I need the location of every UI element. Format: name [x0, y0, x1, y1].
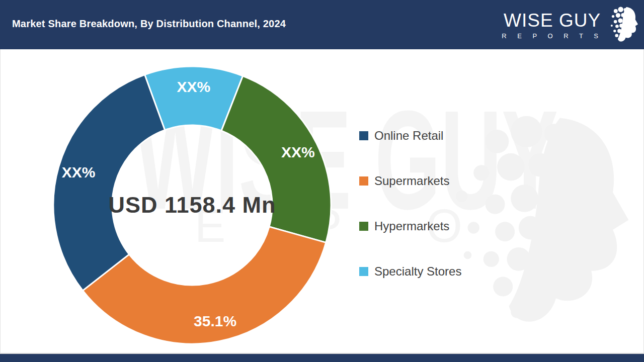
slice-label: XX% [177, 78, 211, 95]
legend-swatch-hypermarkets [359, 222, 368, 231]
footer-bar [0, 353, 644, 362]
brand-logo: WISE GUY R E P O R T S [518, 3, 639, 47]
chart-area: WISE GUY R E P O R T S XX%XX%35.1%XX% US… [0, 49, 644, 353]
brand-tagline: R E P O R T S [502, 32, 603, 40]
legend: Online Retail Supermarkets Hypermarkets … [359, 127, 461, 308]
watermark-face-icon [438, 110, 634, 346]
legend-item-specialty-stores: Specialty Stores [359, 263, 461, 280]
header-bar: Market Share Breakdown, By Distribution … [0, 0, 644, 49]
legend-label: Hypermarkets [374, 219, 449, 233]
slice-label: XX% [62, 164, 96, 180]
legend-item-hypermarkets: Hypermarkets [359, 218, 461, 235]
legend-label: Supermarkets [374, 174, 449, 188]
brand-name: WISE GUY [502, 10, 603, 31]
brand-face-icon [606, 5, 639, 46]
legend-swatch-specialty-stores [359, 267, 368, 276]
slice-label: XX% [281, 144, 315, 160]
slice-label: 35.1% [194, 313, 236, 329]
donut-slice-online-retail [53, 75, 165, 291]
chart-center-value: USD 1158.4 Mn [108, 192, 276, 218]
legend-label: Online Retail [374, 129, 443, 143]
legend-swatch-online-retail [359, 131, 368, 140]
report-page: Market Share Breakdown, By Distribution … [0, 0, 644, 362]
page-title: Market Share Breakdown, By Distribution … [12, 18, 286, 30]
legend-label: Specialty Stores [374, 264, 461, 279]
legend-item-supermarkets: Supermarkets [359, 172, 461, 190]
legend-item-online-retail: Online Retail [359, 127, 461, 144]
brand-text: WISE GUY R E P O R T S [502, 10, 603, 40]
legend-swatch-supermarkets [359, 176, 368, 186]
